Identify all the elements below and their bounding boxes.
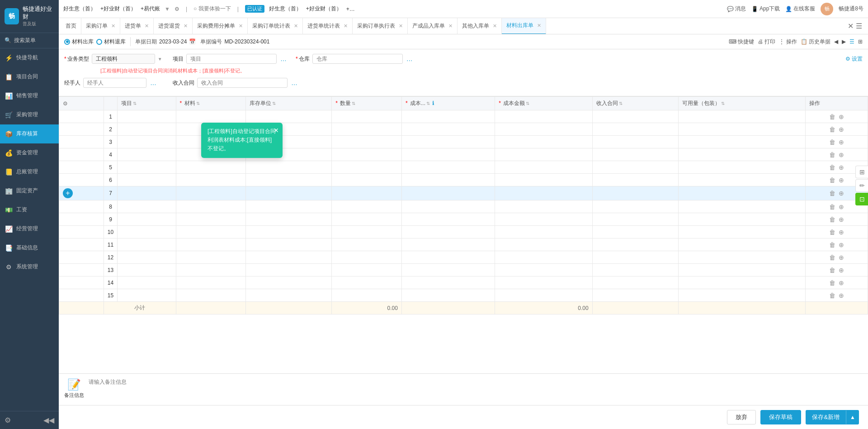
qty-cell[interactable] (332, 264, 402, 276)
tab-close-icon[interactable]: ✕ (294, 23, 298, 29)
user-avatar[interactable]: 畅 (821, 3, 833, 15)
save-new-arrow-btn[interactable]: ▲ (846, 411, 859, 423)
delete-row-btn[interactable]: 🗑 (828, 291, 836, 300)
col-available-qty[interactable]: 可用量（包装）⇅ (678, 97, 805, 110)
business-type-input[interactable] (92, 54, 155, 64)
tab-purchase-order[interactable]: 采购订单 ✕ (81, 18, 120, 34)
handler-input[interactable] (83, 78, 146, 88)
project-input[interactable] (186, 54, 277, 64)
col-sort-icon[interactable]: ⇅ (133, 101, 137, 106)
save-draft-button[interactable]: 保存草稿 (760, 410, 801, 424)
income-contract-cell[interactable] (592, 213, 678, 226)
tab-close-icon[interactable]: ✕ (537, 23, 541, 29)
delete-row-btn[interactable]: 🗑 (828, 228, 836, 237)
project-dots[interactable]: … (280, 55, 287, 62)
material-cell[interactable] (176, 264, 246, 276)
cost-amount-cell[interactable] (495, 148, 593, 161)
cost-cell[interactable] (401, 161, 495, 174)
copy-row-btn[interactable]: ⊕ (838, 189, 845, 198)
income-contract-cell[interactable] (592, 161, 678, 174)
material-cell[interactable] (176, 251, 246, 264)
topbar-link-3[interactable]: +易代账 (141, 5, 160, 13)
tab-close-icon[interactable]: ✕ (344, 23, 348, 29)
sidebar-item-purchase[interactable]: 🛒 采购管理 (0, 105, 59, 124)
project-cell[interactable] (118, 226, 176, 238)
cost-cell[interactable] (401, 174, 495, 186)
stock-unit-cell[interactable] (246, 200, 332, 213)
cost-amount-cell[interactable] (495, 123, 593, 136)
delete-row-btn[interactable]: 🗑 (828, 125, 836, 134)
tab-home[interactable]: 首页 (61, 18, 81, 34)
topbar-more[interactable]: +… (346, 6, 355, 12)
qty-cell[interactable] (332, 186, 402, 200)
stock-unit-cell[interactable] (246, 110, 332, 123)
business-type-arrow[interactable]: ▼ (158, 57, 162, 62)
tooltip-close-btn[interactable]: ✕ (274, 125, 279, 135)
project-cell[interactable] (118, 213, 176, 226)
shortcut-btn[interactable]: ⌨ 快捷键 (729, 38, 754, 46)
available-qty-cell[interactable] (678, 238, 805, 251)
stock-unit-cell[interactable] (246, 226, 332, 238)
sidebar-search[interactable]: 🔍 搜索菜单 (0, 33, 59, 48)
col-sort-icon[interactable]: ⇅ (526, 101, 529, 106)
project-cell[interactable] (118, 110, 176, 123)
message-link[interactable]: 💬 消息 (727, 5, 746, 13)
operation-btn[interactable]: ⋮ 操作 (779, 38, 797, 46)
settings-bottom-icon[interactable]: ⚙ (5, 416, 11, 424)
available-qty-cell[interactable] (678, 136, 805, 148)
sidebar-item-quicknav[interactable]: ⚡ 快捷导航 (0, 48, 59, 67)
handler-dots[interactable]: … (150, 79, 156, 86)
qty-cell[interactable] (332, 289, 402, 302)
cost-cell[interactable] (401, 200, 495, 213)
topbar-link-2[interactable]: +好业财（首） (100, 5, 136, 13)
sidebar-item-basic[interactable]: 📑 基础信息 (0, 238, 59, 257)
topbar-good-business[interactable]: 好生意（首） (269, 5, 302, 13)
qty-cell[interactable] (332, 161, 402, 174)
list-view-icon[interactable]: ☰ (849, 38, 854, 45)
project-cell[interactable] (118, 238, 176, 251)
copy-row-btn[interactable]: ⊕ (838, 240, 845, 249)
col-sort-icon[interactable]: ⇅ (196, 101, 200, 106)
available-qty-cell[interactable] (678, 264, 805, 276)
cost-amount-cell[interactable] (495, 276, 593, 289)
income-contract-cell[interactable] (592, 238, 678, 251)
tab-close-icon[interactable]: ✕ (145, 23, 149, 29)
cost-cell[interactable] (401, 123, 495, 136)
project-cell[interactable] (118, 186, 176, 200)
material-cell[interactable] (176, 200, 246, 213)
delete-row-btn[interactable]: 🗑 (828, 266, 836, 275)
income-contract-cell[interactable] (592, 136, 678, 148)
cost-cell[interactable] (401, 251, 495, 264)
side-panel-icon-2[interactable]: ✏ (855, 179, 868, 192)
radio-return[interactable]: 材料退库 (96, 38, 126, 46)
sidebar-item-ledger[interactable]: 📒 总账管理 (0, 162, 59, 181)
tab-goods-receipt[interactable]: 进货单 ✕ (120, 18, 154, 34)
stock-unit-cell[interactable] (246, 289, 332, 302)
sidebar-item-assets[interactable]: 🏢 固定资产 (0, 181, 59, 200)
income-contract-cell[interactable] (592, 264, 678, 276)
delete-row-btn[interactable]: 🗑 (828, 176, 836, 185)
tab-close-all[interactable]: ✕ (848, 22, 854, 30)
available-qty-cell[interactable] (678, 161, 805, 174)
stock-unit-cell[interactable] (246, 238, 332, 251)
tab-goods-stats[interactable]: 进货单统计表 ✕ (303, 18, 353, 34)
tab-purchase-expense[interactable]: 采购费用分摊单 ✕ (193, 18, 248, 34)
app-download-link[interactable]: 📱 App下载 (751, 5, 780, 13)
delete-row-btn[interactable]: 🗑 (828, 189, 836, 198)
project-cell[interactable] (118, 276, 176, 289)
cost-cell[interactable] (401, 238, 495, 251)
copy-row-btn[interactable]: ⊕ (838, 202, 845, 211)
copy-row-btn[interactable]: ⊕ (838, 228, 845, 237)
topbar-settings-icon[interactable]: ⚙ (175, 6, 179, 12)
tab-other-instock[interactable]: 其他入库单 ✕ (458, 18, 502, 34)
cost-amount-cell[interactable] (495, 110, 593, 123)
sidebar-item-sales[interactable]: 📊 销售管理 (0, 86, 59, 105)
delete-row-btn[interactable]: 🗑 (828, 215, 836, 224)
project-cell[interactable] (118, 264, 176, 276)
tab-material-outstock[interactable]: 材料出库单 ✕ (502, 18, 546, 34)
col-qty[interactable]: 数量⇅ (332, 97, 402, 110)
col-sort-icon[interactable]: ⇅ (721, 101, 725, 106)
material-cell[interactable] (176, 226, 246, 238)
sidebar-item-payroll[interactable]: 💵 工资 (0, 200, 59, 219)
side-panel-icon-1[interactable]: ⊞ (855, 166, 868, 178)
